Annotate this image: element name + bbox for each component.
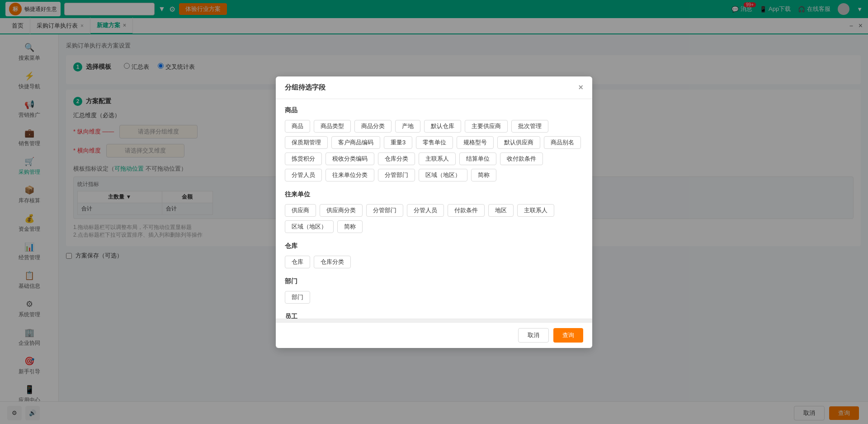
field-tag[interactable]: 商品分类 bbox=[354, 120, 392, 133]
section-product: 商品 商品 商品类型 商品分类 产地 默认仓库 主要供应商 批次管理 保质期管理… bbox=[285, 106, 583, 181]
field-tag[interactable]: 主要供应商 bbox=[465, 120, 508, 133]
modal-hscroll[interactable] bbox=[276, 319, 592, 322]
section-employee-title: 员工 bbox=[285, 313, 583, 319]
field-tag[interactable]: 付款条件 bbox=[448, 204, 485, 217]
field-tag[interactable]: 商品 bbox=[285, 120, 310, 133]
field-tag[interactable]: 供应商 bbox=[285, 204, 316, 217]
field-tag[interactable]: 往来单位分类 bbox=[326, 169, 374, 181]
field-tag[interactable]: 主联系人 bbox=[419, 152, 456, 165]
field-tag[interactable]: 商品别名 bbox=[544, 136, 581, 149]
field-tag[interactable]: 简称 bbox=[337, 220, 363, 233]
field-tag[interactable]: 分管人员 bbox=[285, 169, 322, 181]
field-tag[interactable]: 批次管理 bbox=[511, 120, 548, 133]
modal-body: 商品 商品 商品类型 商品分类 产地 默认仓库 主要供应商 批次管理 保质期管理… bbox=[276, 99, 592, 319]
modal-header: 分组待选字段 × bbox=[276, 76, 592, 99]
field-tag[interactable]: 分管部门 bbox=[378, 169, 415, 181]
field-tag[interactable]: 税收分类编码 bbox=[326, 152, 374, 165]
modal-overlay: 分组待选字段 × 商品 商品 商品类型 商品分类 产地 默认仓库 主要供应商 批… bbox=[0, 0, 868, 424]
section-partner-title: 往来单位 bbox=[285, 191, 583, 199]
field-tag[interactable]: 默认供应商 bbox=[497, 136, 540, 149]
section-product-title: 商品 bbox=[285, 106, 583, 114]
field-tag[interactable]: 重量3 bbox=[384, 136, 412, 149]
section-employee: 员工 业务员 bbox=[285, 313, 583, 319]
modal: 分组待选字段 × 商品 商品 商品类型 商品分类 产地 默认仓库 主要供应商 批… bbox=[276, 76, 592, 348]
field-tag[interactable]: 客户商品编码 bbox=[331, 136, 380, 149]
section-warehouse-title: 仓库 bbox=[285, 242, 583, 250]
section-department-title: 部门 bbox=[285, 277, 583, 286]
field-tag[interactable]: 零售单位 bbox=[416, 136, 453, 149]
modal-title: 分组待选字段 bbox=[285, 83, 326, 92]
field-tag[interactable]: 简称 bbox=[471, 169, 496, 181]
modal-cancel-btn[interactable]: 取消 bbox=[518, 328, 549, 343]
field-tag[interactable]: 主联系人 bbox=[517, 204, 554, 217]
warehouse-fields: 仓库 仓库分类 bbox=[285, 256, 583, 268]
field-tag[interactable]: 仓库分类 bbox=[378, 152, 415, 165]
field-tag[interactable]: 仓库 bbox=[285, 256, 310, 268]
modal-close-btn[interactable]: × bbox=[578, 83, 583, 92]
field-tag[interactable]: 结算单位 bbox=[459, 152, 496, 165]
product-fields: 商品 商品类型 商品分类 产地 默认仓库 主要供应商 批次管理 保质期管理 客户… bbox=[285, 120, 583, 181]
modal-footer: 取消 查询 bbox=[276, 322, 592, 348]
section-partner: 往来单位 供应商 供应商分类 分管部门 分管人员 付款条件 地区 主联系人 区域… bbox=[285, 191, 583, 233]
modal-confirm-btn[interactable]: 查询 bbox=[553, 328, 583, 343]
field-tag[interactable]: 区域（地区） bbox=[419, 169, 467, 181]
field-tag[interactable]: 分管人员 bbox=[407, 204, 444, 217]
department-fields: 部门 bbox=[285, 291, 583, 304]
field-tag[interactable]: 规格型号 bbox=[457, 136, 494, 149]
section-department: 部门 部门 bbox=[285, 277, 583, 304]
field-tag[interactable]: 区域（地区） bbox=[285, 220, 334, 233]
field-tag[interactable]: 商品类型 bbox=[314, 120, 351, 133]
field-tag[interactable]: 部门 bbox=[285, 291, 310, 304]
partner-fields: 供应商 供应商分类 分管部门 分管人员 付款条件 地区 主联系人 区域（地区） … bbox=[285, 204, 583, 233]
field-tag[interactable]: 供应商分类 bbox=[320, 204, 363, 217]
field-tag[interactable]: 产地 bbox=[395, 120, 420, 133]
section-warehouse: 仓库 仓库 仓库分类 bbox=[285, 242, 583, 268]
field-tag[interactable]: 收付款条件 bbox=[500, 152, 543, 165]
field-tag[interactable]: 分管部门 bbox=[366, 204, 403, 217]
field-tag[interactable]: 默认仓库 bbox=[424, 120, 461, 133]
field-tag[interactable]: 保质期管理 bbox=[285, 136, 328, 149]
field-tag[interactable]: 地区 bbox=[488, 204, 514, 217]
field-tag[interactable]: 拣货积分 bbox=[285, 152, 322, 165]
field-tag[interactable]: 仓库分类 bbox=[314, 256, 351, 268]
